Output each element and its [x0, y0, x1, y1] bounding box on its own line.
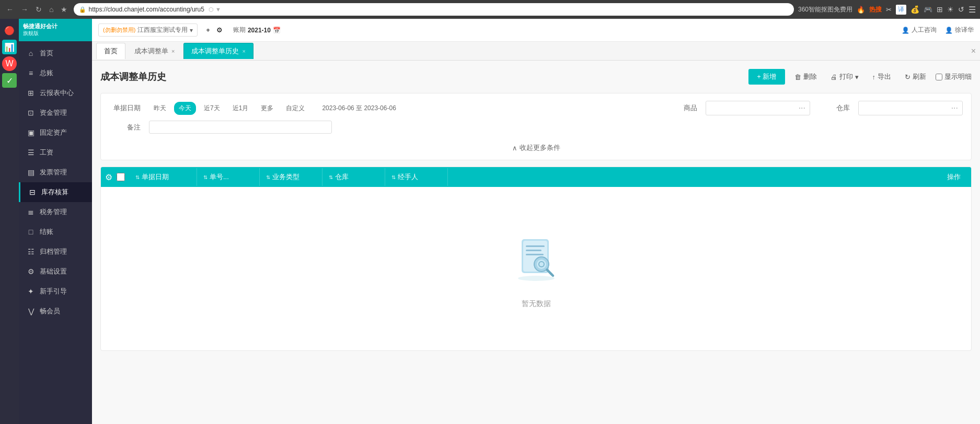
tab-cost-adjust-history-close[interactable]: ×: [242, 48, 245, 54]
refresh-button[interactable]: ↻: [33, 4, 44, 15]
sidebar-item-inventory[interactable]: ⊟库存核算: [19, 182, 92, 202]
goods-more-icon[interactable]: ···: [799, 103, 805, 113]
sidebar-item-guide[interactable]: ✦新手引导: [19, 281, 92, 301]
main-content: (勿删勿禁用) 江西服宝测试专用 ▾ + ⚙ 账期 2021-10 📅: [92, 19, 980, 424]
home-button[interactable]: ⌂: [47, 4, 55, 15]
sidebar-item-invoices[interactable]: ▤发票管理: [19, 162, 92, 182]
th-handler[interactable]: ⇅ 经手人: [385, 168, 448, 186]
tab-cost-adjust[interactable]: 成本调整单 ×: [126, 43, 182, 59]
warehouse-filter-label: 仓库: [818, 103, 850, 113]
tab-cost-adjust-history-label: 成本调整单历史: [191, 46, 239, 56]
quick-btn-自定义[interactable]: 自定义: [281, 102, 309, 115]
nav-label-reports: 云报表中心: [40, 88, 74, 98]
filter-row-date: 单据日期 昨天今天近7天近1月更多自定义 2023-06-06 至 2023-0…: [109, 101, 963, 115]
sidebar-logo[interactable]: 畅捷通好会计 旗舰版: [19, 19, 92, 41]
rail-icon-1[interactable]: 🔴: [2, 23, 17, 38]
print-label: 打印: [839, 72, 853, 81]
wallet-icon: 💰: [910, 5, 919, 14]
nav-icon-inventory: ⊟: [28, 188, 37, 196]
date-filter-label: 单据日期: [109, 103, 141, 113]
sidebar-item-funds[interactable]: ⊡资金管理: [19, 103, 92, 123]
page-header: 成本调整单历史 + 新增 🗑 删除 🖨 打印 ▾ ↑ 导出: [100, 69, 972, 85]
service-btn[interactable]: 👤 人工咨询: [902, 26, 937, 34]
rail-icon-active[interactable]: 📊: [2, 40, 17, 54]
tab-cost-adjust-close[interactable]: ×: [171, 48, 175, 54]
quick-btn-近7天[interactable]: 近7天: [199, 102, 225, 115]
sort-icon-warehouse: ⇅: [329, 174, 333, 180]
period-value: 2021-10: [248, 27, 271, 34]
note-filter-label: 备注: [109, 123, 141, 132]
sidebar-item-settings[interactable]: ⚙基础设置: [19, 262, 92, 281]
sidebar-item-fixed-assets[interactable]: ▣固定资产: [19, 123, 92, 143]
sidebar-item-payroll[interactable]: ☰工资: [19, 143, 92, 162]
delete-btn[interactable]: 🗑 删除: [790, 70, 821, 84]
print-btn[interactable]: 🖨 打印 ▾: [826, 70, 863, 84]
th-number[interactable]: ⇅ 单号...: [197, 168, 260, 186]
back-button[interactable]: ←: [4, 4, 16, 15]
nav-label-ledger: 总账: [40, 68, 53, 78]
sidebar-item-ledger[interactable]: ≡总账: [19, 63, 92, 83]
goods-filter-select[interactable]: ···: [706, 101, 810, 115]
icon-rail: 🔴 📊 W ✓: [0, 19, 19, 424]
quick-btn-近1月[interactable]: 近1月: [228, 102, 253, 115]
sidebar: 畅捷通好会计 旗舰版 ⌂首页≡总账⊞云报表中心⊡资金管理▣固定资产☰工资▤发票管…: [19, 19, 92, 424]
browser-chrome: ← → ↻ ⌂ ★ 🔒 https://cloud.chanjet.com/ac…: [0, 0, 980, 19]
nav-icon-archive: ☷: [26, 248, 36, 256]
table-columns-header: ⇅ 单据日期 ⇅ 单号... ⇅ 业务类型 ⇅: [129, 168, 967, 186]
note-filter-input[interactable]: [149, 121, 332, 134]
date-range-display: 2023-06-06 至 2023-06-06: [322, 104, 396, 113]
show-cols-toggle[interactable]: 显示明细: [936, 72, 972, 81]
nav-label-closing: 结账: [40, 227, 53, 237]
svg-point-7: [537, 260, 546, 269]
rail-icon-social[interactable]: W: [2, 56, 17, 71]
th-actions-label: 操作: [947, 172, 961, 182]
warehouse-more-icon[interactable]: ···: [951, 103, 958, 113]
nav-label-payroll: 工资: [40, 148, 53, 157]
th-date[interactable]: ⇅ 单据日期: [129, 168, 197, 186]
refresh-btn[interactable]: ↻ 刷新: [901, 70, 930, 84]
sidebar-item-home[interactable]: ⌂首页: [19, 43, 92, 63]
table-settings-icon[interactable]: ⚙: [105, 172, 112, 182]
add-tab-btn[interactable]: +: [206, 26, 210, 34]
star-button[interactable]: ★: [59, 4, 70, 15]
collapse-btn[interactable]: ∧ 收起更多条件: [512, 143, 560, 152]
nav-icon-tax: ≣: [26, 208, 36, 216]
th-type[interactable]: ⇅ 业务类型: [260, 168, 322, 186]
tab-home[interactable]: 首页: [96, 43, 125, 59]
sidebar-item-archive[interactable]: ☷归档管理: [19, 242, 92, 262]
table-select-all[interactable]: [117, 173, 125, 181]
sidebar-item-tax[interactable]: ≣税务管理: [19, 202, 92, 222]
delete-icon: 🗑: [794, 73, 801, 81]
company-selector[interactable]: (勿删勿禁用) 江西服宝测试专用 ▾: [98, 23, 198, 37]
forward-button[interactable]: →: [19, 4, 30, 15]
quick-btn-今天[interactable]: 今天: [174, 102, 196, 115]
goods-filter-label: 商品: [666, 103, 697, 113]
top-bar: (勿删勿禁用) 江西服宝测试专用 ▾ + ⚙ 账期 2021-10 📅: [92, 19, 980, 42]
quick-btn-昨天[interactable]: 昨天: [149, 102, 171, 115]
browser-actions: 360智能抠图免费用 🔥 热搜 ✂ 译 💰 🎮 ⊞ ☀ ↺ ☰: [798, 5, 976, 15]
nav-label-member: 畅会员: [40, 307, 60, 316]
table-container: ⚙ ⇅ 单据日期 ⇅ 单号... ⇅ 业务类型: [100, 167, 972, 351]
tab-cost-adjust-history[interactable]: 成本调整单历史 ×: [183, 43, 253, 59]
nav-icon-home: ⌂: [26, 49, 36, 57]
sidebar-item-closing[interactable]: □结账: [19, 222, 92, 242]
show-cols-checkbox[interactable]: [936, 74, 942, 80]
rail-icon-green[interactable]: ✓: [2, 73, 17, 88]
sidebar-item-reports[interactable]: ⊞云报表中心: [19, 83, 92, 103]
nav-label-fixed-assets: 固定资产: [40, 128, 67, 137]
service-icon: 👤: [902, 27, 909, 34]
settings-tab-btn[interactable]: ⚙: [216, 26, 223, 34]
warehouse-filter-select[interactable]: ···: [858, 101, 963, 115]
address-bar[interactable]: 🔒 https://cloud.chanjet.com/accounting/u…: [74, 3, 794, 16]
quick-btn-更多[interactable]: 更多: [256, 102, 278, 115]
export-btn[interactable]: ↑ 导出: [868, 70, 896, 84]
nav-label-tax: 税务管理: [40, 207, 67, 217]
filter-area: 单据日期 昨天今天近7天近1月更多自定义 2023-06-06 至 2023-0…: [100, 93, 972, 160]
close-main-btn[interactable]: ×: [971, 46, 976, 56]
th-warehouse[interactable]: ⇅ 仓库: [322, 168, 385, 186]
nav-icon-closing: □: [26, 228, 36, 236]
sidebar-item-member[interactable]: ⋁畅会员: [19, 301, 92, 321]
calendar-icon[interactable]: 📅: [273, 27, 281, 34]
user-info[interactable]: 👤 徐译华: [945, 26, 974, 34]
add-btn[interactable]: + 新增: [748, 69, 785, 85]
